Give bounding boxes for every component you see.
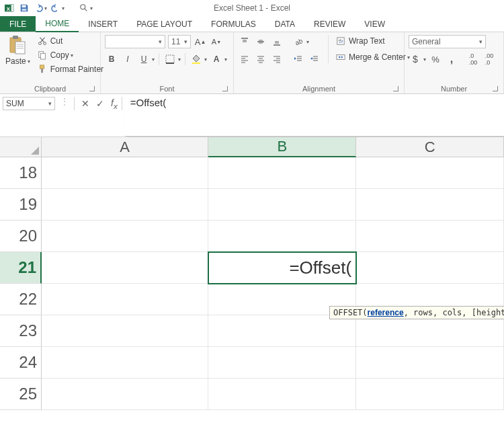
- cell[interactable]: [42, 315, 208, 347]
- font-size-combo[interactable]: 11▾: [168, 35, 191, 48]
- cut-button[interactable]: Cut: [36, 35, 105, 47]
- select-all-corner[interactable]: [0, 137, 42, 157]
- chevron-down-icon[interactable]: ▾: [48, 100, 52, 107]
- tab-formulas[interactable]: FORMULAS: [202, 16, 265, 32]
- chevron-down-icon[interactable]: ▾: [306, 39, 309, 45]
- cell[interactable]: [42, 157, 208, 189]
- decrease-font-button[interactable]: A▼: [210, 35, 223, 48]
- tab-review[interactable]: REVIEW: [304, 16, 355, 32]
- row-header[interactable]: 23: [0, 315, 42, 347]
- format-painter-button[interactable]: Format Painter: [36, 63, 105, 75]
- row-header[interactable]: 24: [0, 347, 42, 379]
- increase-font-button[interactable]: A▲: [194, 35, 207, 48]
- chevron-down-icon[interactable]: ▾: [44, 5, 47, 11]
- cell[interactable]: [208, 315, 356, 347]
- wrap-text-button[interactable]: ab Wrap Text: [334, 35, 411, 47]
- cell[interactable]: [42, 347, 208, 379]
- tab-view[interactable]: VIEW: [355, 16, 394, 32]
- cell[interactable]: [208, 189, 356, 221]
- cell[interactable]: [356, 189, 504, 221]
- comma-style-button[interactable]: ,: [445, 52, 458, 66]
- row-header[interactable]: 25: [0, 379, 42, 410]
- enter-formula-icon[interactable]: ✓: [96, 98, 104, 109]
- tooltip-arg-link[interactable]: reference: [368, 308, 404, 317]
- column-header[interactable]: A: [42, 137, 208, 157]
- cancel-formula-icon[interactable]: ✕: [81, 98, 89, 109]
- chevron-down-icon: ▾: [184, 38, 187, 45]
- merge-center-button[interactable]: Merge & Center ▾: [334, 51, 411, 63]
- cell[interactable]: [356, 347, 504, 379]
- number-format-combo[interactable]: General▾: [409, 35, 486, 48]
- row-header[interactable]: 18: [0, 157, 42, 189]
- align-right-button[interactable]: [270, 52, 284, 66]
- cell[interactable]: [42, 379, 208, 410]
- cell[interactable]: =Offset(: [208, 252, 356, 284]
- cell[interactable]: [208, 347, 356, 379]
- align-top-button[interactable]: [238, 35, 251, 48]
- decrease-indent-button[interactable]: [292, 52, 305, 66]
- tab-file[interactable]: FILE: [0, 16, 36, 32]
- chevron-down-icon[interactable]: ▾: [62, 5, 65, 11]
- chevron-down-icon[interactable]: ▾: [204, 56, 207, 63]
- column-header[interactable]: B: [208, 137, 356, 157]
- align-center-button[interactable]: [254, 52, 267, 66]
- chevron-down-icon[interactable]: ▾: [224, 56, 227, 63]
- tab-page-layout[interactable]: PAGE LAYOUT: [127, 16, 202, 32]
- tab-data[interactable]: DATA: [265, 16, 304, 32]
- bold-button[interactable]: B: [105, 52, 118, 66]
- fill-color-button[interactable]: [190, 52, 203, 66]
- undo-button[interactable]: ▾: [34, 3, 47, 13]
- row-header[interactable]: 20: [0, 221, 42, 252]
- redo-button[interactable]: ▾: [51, 3, 65, 13]
- copy-button[interactable]: Copy ▾: [36, 49, 105, 61]
- cell[interactable]: [208, 379, 356, 410]
- name-box[interactable]: SUM ▾: [3, 97, 55, 110]
- align-bottom-button[interactable]: [270, 35, 284, 48]
- font-color-button[interactable]: A: [210, 52, 223, 66]
- row-header[interactable]: 21: [0, 252, 42, 284]
- decrease-decimal-button[interactable]: .00.0: [482, 52, 496, 66]
- chevron-down-icon[interactable]: ▾: [423, 56, 426, 63]
- increase-decimal-button[interactable]: .0.00: [466, 52, 480, 66]
- borders-button[interactable]: [163, 52, 177, 66]
- cell[interactable]: [356, 252, 504, 284]
- row-header[interactable]: 19: [0, 189, 42, 221]
- accounting-format-button[interactable]: $: [409, 52, 422, 66]
- tab-home[interactable]: HOME: [36, 16, 79, 32]
- cell[interactable]: [356, 379, 504, 410]
- paste-button[interactable]: Paste▾: [4, 35, 32, 66]
- increase-indent-button[interactable]: [308, 52, 321, 66]
- insert-function-icon[interactable]: fx: [111, 97, 118, 110]
- formula-input[interactable]: =Offset(: [125, 94, 504, 136]
- column-header[interactable]: C: [356, 137, 504, 157]
- group-label[interactable]: Font: [105, 83, 229, 93]
- group-label[interactable]: Clipboard: [4, 83, 96, 93]
- align-left-button[interactable]: [238, 52, 251, 66]
- cell[interactable]: [356, 157, 504, 189]
- cell[interactable]: [356, 315, 504, 347]
- row-header[interactable]: 22: [0, 284, 42, 315]
- group-label[interactable]: Number: [409, 83, 499, 93]
- cell[interactable]: [42, 221, 208, 252]
- align-middle-button[interactable]: [254, 35, 267, 48]
- touch-mode-button[interactable]: ▾: [79, 3, 93, 13]
- chevron-down-icon[interactable]: ▾: [178, 56, 181, 63]
- cell[interactable]: [42, 284, 208, 315]
- chevron-down-icon[interactable]: ▾: [152, 56, 155, 63]
- cell[interactable]: [208, 157, 356, 189]
- group-label[interactable]: Alignment: [238, 83, 400, 93]
- percent-style-button[interactable]: %: [429, 52, 442, 66]
- save-icon[interactable]: [19, 3, 30, 13]
- cell[interactable]: [42, 252, 208, 284]
- chevron-down-icon[interactable]: ▾: [71, 52, 73, 58]
- orientation-button[interactable]: ab: [292, 35, 305, 48]
- chevron-down-icon[interactable]: ▾: [28, 58, 30, 65]
- tab-insert[interactable]: INSERT: [79, 16, 127, 32]
- underline-button[interactable]: U: [137, 52, 151, 66]
- chevron-down-icon[interactable]: ▾: [90, 5, 93, 11]
- cell[interactable]: [42, 189, 208, 221]
- cell[interactable]: [356, 221, 504, 252]
- font-name-combo[interactable]: ▾: [105, 35, 165, 48]
- cell[interactable]: [208, 221, 356, 252]
- italic-button[interactable]: I: [121, 52, 134, 66]
